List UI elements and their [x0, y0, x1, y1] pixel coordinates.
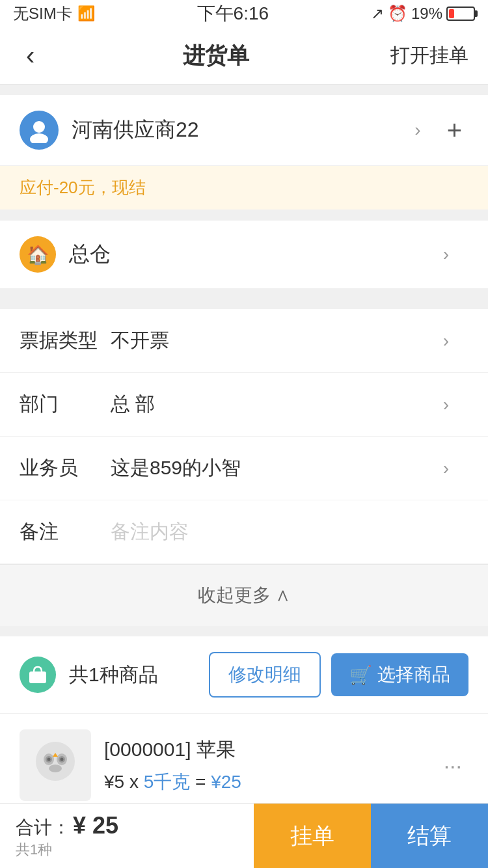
wifi-icon: 📶	[77, 5, 95, 22]
page-title: 进货单	[183, 41, 249, 71]
chevron-right-warehouse-icon: ›	[443, 244, 449, 265]
gap-1	[0, 85, 488, 95]
svg-point-10	[49, 765, 62, 772]
product-info: [0000001] 苹果 ¥5 x 5千克 = ¥25	[104, 737, 437, 794]
svg-point-9	[61, 758, 64, 761]
chevron-right-sales-icon: ›	[443, 458, 449, 479]
status-bar: 无SIM卡 📶 下午6:16 ↗ ⏰ 19%	[0, 0, 488, 27]
department-row[interactable]: 部门 总 部 ›	[0, 373, 488, 437]
supplier-name: 河南供应商22	[72, 116, 414, 144]
svg-point-0	[33, 121, 45, 133]
back-button[interactable]: ‹	[20, 34, 41, 77]
select-product-label: 选择商品	[377, 662, 450, 687]
status-right: ↗ ⏰ 19%	[371, 5, 475, 23]
product-title: 苹果	[197, 739, 236, 760]
chevron-right-ticket-icon: ›	[443, 331, 449, 351]
department-value: 总 部	[111, 391, 443, 418]
select-product-button[interactable]: 🛒 选择商品	[331, 653, 468, 696]
salesperson-label: 业务员	[20, 455, 111, 481]
times-sign: x	[129, 772, 144, 792]
chevron-right-icon: ›	[414, 120, 420, 141]
product-header: 共1种商品 修改明细 🛒 选择商品	[0, 636, 488, 714]
ticket-type-row[interactable]: 票据类型 不开票 ›	[0, 309, 488, 373]
gap-3	[0, 288, 488, 299]
warehouse-row[interactable]: 🏠 总仓 ›	[0, 220, 488, 288]
location-icon: ↗	[371, 5, 384, 23]
supplier-row[interactable]: 河南供应商22 › +	[0, 95, 488, 166]
form-section: 票据类型 不开票 › 部门 总 部 › 业务员 这是859的小智 › 备注 备注…	[0, 309, 488, 626]
product-more-button[interactable]: ···	[437, 746, 468, 785]
product-thumbnail	[20, 729, 91, 801]
product-code: [0000001]	[104, 739, 191, 760]
cart-icon: 🛒	[349, 664, 372, 686]
remark-value[interactable]: 备注内容	[111, 519, 468, 545]
bottom-bar: 合计： ¥ 25 共1种 挂单 结算	[0, 803, 488, 868]
ticket-label: 票据类型	[20, 327, 111, 354]
chevron-right-dept-icon: ›	[443, 394, 449, 415]
department-label: 部门	[20, 391, 111, 418]
status-left: 无SIM卡 📶	[13, 3, 95, 24]
alarm-icon: ⏰	[388, 5, 407, 23]
salesperson-row[interactable]: 业务员 这是859的小智 ›	[0, 437, 488, 500]
warehouse-icon-wrap: 🏠	[20, 236, 56, 273]
owl-svg	[33, 739, 78, 784]
total-label: 合计：	[16, 815, 70, 840]
product-item: [0000001] 苹果 ¥5 x 5千克 = ¥25 ···	[0, 714, 488, 817]
svg-point-1	[30, 133, 48, 143]
product-price-row: ¥5 x 5千克 = ¥25	[104, 770, 437, 794]
checkout-button[interactable]: 结算	[371, 804, 488, 868]
status-time: 下午6:16	[197, 1, 269, 26]
carrier-text: 无SIM卡	[13, 3, 72, 24]
supplier-section: 河南供应商22 › + 应付-20元，现结	[0, 95, 488, 210]
remark-row[interactable]: 备注 备注内容	[0, 500, 488, 564]
collapse-button[interactable]: 收起更多 ∧	[0, 564, 488, 626]
add-supplier-button[interactable]: +	[441, 116, 468, 145]
salesperson-value: 这是859的小智	[111, 455, 443, 481]
total-section: 合计： ¥ 25 共1种	[0, 804, 254, 868]
product-name: [0000001] 苹果	[104, 737, 437, 763]
warehouse-name: 总仓	[69, 240, 443, 269]
quantity: 5千克	[144, 772, 191, 792]
edit-detail-button[interactable]: 修改明细	[209, 652, 321, 698]
equals-sign: =	[195, 772, 211, 792]
warehouse-section: 🏠 总仓 ›	[0, 220, 488, 288]
ticket-value: 不开票	[111, 327, 443, 354]
svg-point-3	[36, 742, 75, 781]
product-count: 共1种商品	[69, 662, 209, 688]
unit-price: ¥5	[104, 772, 124, 792]
remark-label: 备注	[20, 519, 111, 545]
product-icon-wrap	[20, 657, 56, 693]
warehouse-icon: 🏠	[27, 244, 49, 265]
battery-icon	[446, 7, 475, 21]
svg-point-8	[47, 758, 51, 761]
svg-rect-2	[29, 671, 46, 683]
total-amount: ¥ 25	[73, 812, 118, 839]
open-hang-button[interactable]: 打开挂单	[390, 42, 468, 69]
nav-bar: ‹ 进货单 打开挂单	[0, 27, 488, 85]
gap-2	[0, 210, 488, 220]
hang-button[interactable]: 挂单	[254, 804, 371, 868]
total-count: 共1种	[16, 840, 238, 860]
supplier-avatar	[20, 111, 59, 150]
owl-placeholder-icon	[33, 739, 78, 792]
product-bag-icon	[27, 664, 49, 686]
avatar-icon	[26, 117, 52, 143]
battery-percent: 19%	[411, 5, 442, 23]
battery-fill	[449, 9, 454, 18]
warning-banner: 应付-20元，现结	[0, 166, 488, 210]
product-total: ¥25	[211, 772, 241, 792]
